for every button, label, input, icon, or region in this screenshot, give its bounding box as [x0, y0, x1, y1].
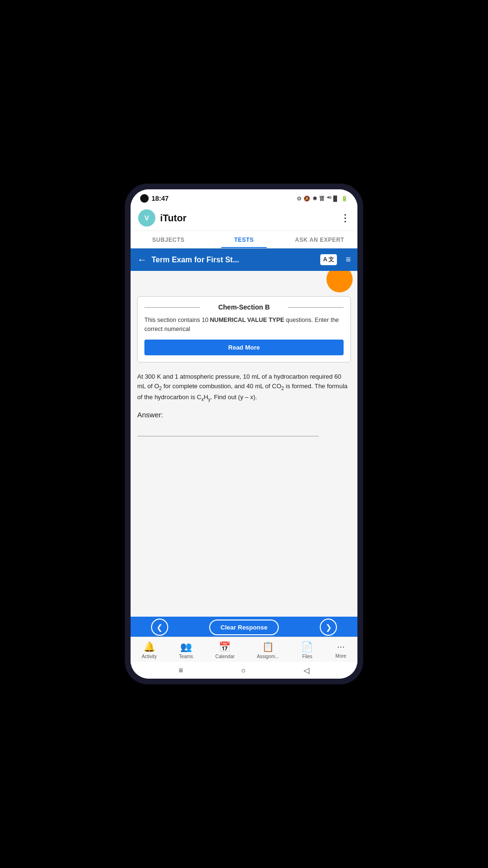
clear-response-button[interactable]: Clear Response: [209, 620, 279, 635]
blue-header: ← Term Exam for First St... A 文 ≡: [131, 248, 357, 271]
app-bar: V iTutor ⋮: [131, 206, 357, 231]
bottom-nav-bar: ❮ Clear Response ❯: [131, 617, 357, 637]
section-card: Chem-Section B This section contains 10 …: [137, 296, 351, 362]
tab-assignments-label: Assignm...: [257, 654, 279, 659]
bluetooth-icon: ✱: [313, 196, 317, 202]
camera-icon: [140, 194, 149, 203]
tab-calendar-label: Calendar: [215, 654, 235, 659]
battery-icon: 🔋: [341, 196, 348, 202]
calendar-icon: 📅: [219, 641, 231, 652]
read-more-button[interactable]: Read More: [144, 340, 344, 355]
user-avatar[interactable]: V: [138, 209, 155, 227]
section-title: Chem-Section B: [144, 303, 344, 311]
phone-wrapper: 18:47 ⊙ 🔕 ✱ 晋 ⁴ᴳ▐▌ 🔋 V iTutor ⋮ SUBJECTS…: [125, 184, 363, 684]
signal-icon: ⁴ᴳ▐▌: [327, 196, 339, 202]
assignments-icon: 📋: [262, 641, 274, 652]
previous-question-button[interactable]: ❮: [151, 619, 168, 636]
wifi-icon: 晋: [319, 195, 325, 202]
tab-tests[interactable]: TESTS: [206, 231, 282, 248]
answer-label: Answer:: [137, 411, 351, 419]
phone-screen: 18:47 ⊙ 🔕 ✱ 晋 ⁴ᴳ▐▌ 🔋 V iTutor ⋮ SUBJECTS…: [131, 189, 357, 679]
tab-subjects[interactable]: SUBJECTS: [131, 231, 206, 248]
tab-files[interactable]: 📄 Files: [301, 641, 313, 659]
tab-assignments[interactable]: 📋 Assignm...: [257, 641, 279, 659]
android-menu-button[interactable]: ≡: [179, 666, 183, 675]
tab-more-label: More: [336, 653, 346, 659]
tab-calendar[interactable]: 📅 Calendar: [215, 641, 235, 659]
tab-activity[interactable]: 🔔 Activity: [142, 641, 157, 659]
progress-circle: [326, 271, 353, 292]
tab-activity-label: Activity: [142, 654, 157, 659]
content-area: Chem-Section B This section contains 10 …: [131, 271, 357, 617]
section-description: This section contains 10 NUMERICAL VALUE…: [144, 316, 344, 334]
mute-icon: 🔕: [304, 196, 310, 202]
tab-more[interactable]: ··· More: [336, 641, 346, 659]
tab-files-label: Files: [302, 654, 312, 659]
app-title: iTutor: [160, 213, 336, 224]
status-bar: 18:47 ⊙ 🔕 ✱ 晋 ⁴ᴳ▐▌ 🔋: [131, 189, 357, 206]
status-right: ⊙ 🔕 ✱ 晋 ⁴ᴳ▐▌ 🔋: [297, 195, 348, 202]
android-nav: ≡ ○ ◁: [131, 662, 357, 679]
files-icon: 📄: [301, 641, 313, 652]
next-question-button[interactable]: ❯: [320, 619, 337, 636]
tabs-bar: SUBJECTS TESTS ASK AN EXPERT: [131, 231, 357, 248]
more-icon: ···: [337, 641, 345, 652]
progress-area: [131, 271, 357, 292]
translate-button[interactable]: A 文: [320, 254, 337, 265]
android-back-button[interactable]: ◁: [304, 666, 309, 675]
status-time: 18:47: [152, 195, 169, 202]
bottom-tab-bar: 🔔 Activity 👥 Teams 📅 Calendar 📋 Assignm.…: [131, 637, 357, 662]
question-area: At 300 K and 1 atmospheric pressure, 10 …: [131, 366, 357, 443]
teams-icon: 👥: [180, 641, 192, 652]
question-text: At 300 K and 1 atmospheric pressure, 10 …: [137, 372, 351, 403]
hamburger-icon[interactable]: ≡: [346, 255, 351, 265]
exam-title: Term Exam for First St...: [152, 256, 315, 264]
answer-input[interactable]: [137, 423, 319, 436]
tab-ask-expert[interactable]: ASK AN EXPERT: [282, 231, 357, 248]
tab-teams-label: Teams: [179, 654, 193, 659]
activity-icon: 🔔: [143, 641, 155, 652]
android-home-button[interactable]: ○: [241, 666, 246, 675]
tab-teams[interactable]: 👥 Teams: [179, 641, 193, 659]
alarm-icon: ⊙: [297, 196, 301, 202]
more-menu-icon[interactable]: ⋮: [340, 212, 350, 224]
status-left: 18:47: [140, 194, 169, 203]
back-button[interactable]: ←: [137, 254, 147, 265]
